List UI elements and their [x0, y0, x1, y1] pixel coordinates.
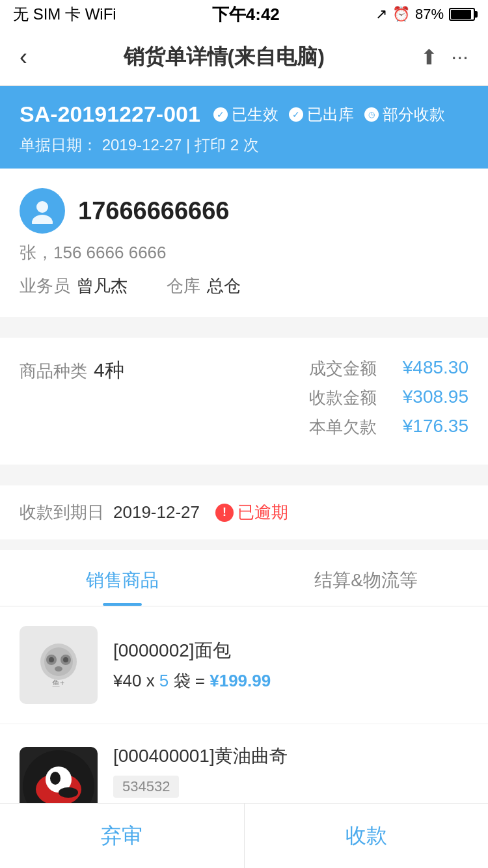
salesperson-value: 曾凡杰: [77, 275, 128, 297]
product-name-cookie: [000400001]黄油曲奇: [113, 744, 468, 768]
product-name-bread: [0000002]面包: [113, 638, 468, 663]
avatar-icon: [29, 198, 55, 224]
debt-label: 本单欠款: [309, 416, 377, 439]
customer-name: 张，156 6666 6666: [20, 241, 468, 264]
customer-header: 17666666666: [20, 188, 468, 234]
product-qty-bread: 5: [159, 671, 169, 690]
alarm-icon: ⏰: [392, 6, 410, 23]
back-button[interactable]: ‹: [20, 44, 27, 71]
badge-group: ✓ 已生效 ✓ 已出库 ◷ 部分收款: [213, 104, 445, 125]
tab-settlement[interactable]: 结算&物流等: [244, 550, 488, 606]
clock-icon-partial: ◷: [364, 107, 379, 122]
overdue-icon: !: [215, 504, 234, 522]
svg-text:鱼+: 鱼+: [52, 679, 64, 688]
amount-value: ¥485.30: [403, 357, 468, 380]
product-thumb-bread: 鱼+: [20, 626, 98, 704]
summary-row: 商品种类 4种 成交金额 ¥485.30 收款金额 ¥308.95 本单欠款 ¥…: [20, 357, 468, 445]
check-icon-effective: ✓: [213, 107, 228, 122]
page-title: 销货单详情(来自电脑): [124, 43, 325, 72]
product-unit-price-bread: ¥40: [113, 671, 141, 690]
more-icon[interactable]: ···: [451, 45, 468, 69]
status-left: 无 SIM 卡 WiFi: [13, 4, 116, 25]
svg-point-13: [50, 772, 61, 785]
svg-point-8: [55, 666, 62, 671]
amount-row: 成交金额 ¥485.30: [309, 357, 468, 380]
product-x-bread: x: [146, 671, 159, 690]
received-row: 收款金额 ¥308.95: [309, 387, 468, 409]
print-label: | 打印 2 次: [186, 136, 259, 154]
overdue-text: 已逾期: [237, 501, 288, 524]
order-header-banner: SA-20191227-001 ✓ 已生效 ✓ 已出库 ◷ 部分收款 单据日期：…: [0, 86, 488, 169]
badge-effective: ✓ 已生效: [213, 104, 278, 125]
customer-meta: 业务员 曾凡杰 仓库 总仓: [20, 275, 468, 297]
summary-section: 商品种类 4种 成交金额 ¥485.30 收款金额 ¥308.95 本单欠款 ¥…: [0, 338, 488, 465]
received-label: 收款金额: [309, 387, 377, 409]
warehouse-value: 总仓: [207, 275, 241, 297]
bottom-action-bar: 弃审 收款: [0, 803, 488, 868]
svg-point-0: [36, 201, 48, 213]
product-eq-bread: =: [195, 671, 210, 690]
due-date-value: 2019-12-27: [113, 502, 200, 522]
product-sku-cookie: 534532: [113, 776, 179, 798]
warehouse-label: 仓库: [167, 275, 200, 297]
debt-row: 本单欠款 ¥176.35: [309, 416, 468, 439]
product-type-count: 4种: [94, 357, 124, 384]
amount-label: 成交金额: [309, 357, 377, 380]
product-price-bread: ¥40 x 5 袋 = ¥199.99: [113, 670, 468, 692]
overdue-badge: ! 已逾期: [215, 501, 288, 524]
product-item: 鱼+ [0000002]面包 ¥40 x 5 袋 = ¥199.99: [0, 606, 488, 724]
customer-phone: 17666666666: [78, 197, 229, 225]
svg-point-6: [49, 657, 54, 662]
summary-right: 成交金额 ¥485.30 收款金额 ¥308.95 本单欠款 ¥176.35: [309, 357, 468, 445]
banner-sub-row: 单据日期： 2019-12-27 | 打印 2 次: [20, 135, 468, 156]
battery-percent: 87%: [415, 6, 444, 23]
status-right: ↗ ⏰ 87%: [375, 6, 475, 23]
badge-partial-label: 部分收款: [383, 104, 445, 125]
status-time: 下午4:42: [212, 3, 280, 26]
battery-icon: [449, 8, 475, 21]
svg-point-14: [59, 787, 78, 798]
badge-shipped: ✓ 已出库: [289, 104, 354, 125]
svg-point-1: [32, 215, 53, 224]
product-info-bread: [0000002]面包 ¥40 x 5 袋 = ¥199.99: [113, 638, 468, 692]
nav-bar: ‹ 销货单详情(来自电脑) ⬆ ···: [0, 29, 488, 86]
customer-section: 17666666666 张，156 6666 6666 业务员 曾凡杰 仓库 总…: [0, 169, 488, 317]
location-icon: ↗: [375, 6, 387, 23]
product-type-label: 商品种类: [20, 360, 87, 383]
tab-bar: 销售商品 结算&物流等: [0, 550, 488, 606]
tab-products[interactable]: 销售商品: [0, 550, 244, 606]
summary-left: 商品种类 4种: [20, 357, 124, 384]
received-value: ¥308.95: [403, 387, 468, 409]
share-icon[interactable]: ⬆: [420, 45, 438, 70]
product-total-bread: ¥199.99: [210, 671, 271, 690]
owl-logo-icon: 鱼+: [33, 639, 85, 691]
due-date-label: 收款到期日: [20, 501, 104, 524]
banner-top-row: SA-20191227-001 ✓ 已生效 ✓ 已出库 ◷ 部分收款: [20, 102, 468, 127]
product-unit-bread: 袋: [174, 671, 191, 690]
svg-point-7: [63, 657, 68, 662]
status-bar: 无 SIM 卡 WiFi 下午4:42 ↗ ⏰ 87%: [0, 0, 488, 29]
cancel-button[interactable]: 弃审: [0, 804, 245, 868]
badge-effective-label: 已生效: [232, 104, 278, 125]
salesperson-label: 业务员: [20, 275, 70, 297]
avatar: [20, 188, 65, 234]
sim-label: 无 SIM 卡 WiFi: [13, 4, 116, 25]
gap-2: [0, 475, 488, 485]
nav-actions: ⬆ ···: [420, 45, 468, 70]
warehouse-item: 仓库 总仓: [167, 275, 241, 297]
date-label: 单据日期：: [20, 136, 98, 154]
badge-shipped-label: 已出库: [307, 104, 354, 125]
order-date: 2019-12-27: [102, 136, 182, 154]
order-id: SA-20191227-001: [20, 102, 200, 127]
gap-1: [0, 327, 488, 338]
confirm-payment-button[interactable]: 收款: [245, 804, 489, 868]
product-type-row: 商品种类 4种: [20, 357, 124, 384]
salesperson-item: 业务员 曾凡杰: [20, 275, 128, 297]
debt-value: ¥176.35: [403, 416, 468, 439]
badge-partial: ◷ 部分收款: [364, 104, 445, 125]
due-date-section: 收款到期日 2019-12-27 ! 已逾期: [0, 485, 488, 539]
check-icon-shipped: ✓: [289, 107, 303, 122]
